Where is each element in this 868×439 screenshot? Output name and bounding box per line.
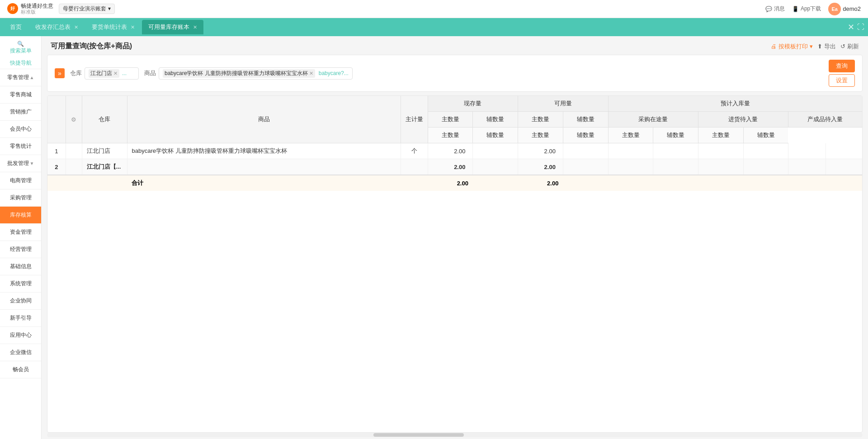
print-icon: 🖨 [771,43,777,50]
product-tag-1-close[interactable]: ✕ [309,71,313,76]
sidebar-item-marketing[interactable]: 营销推广 [0,104,41,121]
sidebar-item-member-center[interactable]: 会员中心 [0,121,41,138]
warehouse-more[interactable]: ... [122,70,127,76]
app-download-button[interactable]: 📱 App下载 [792,5,821,13]
data-table-container: ⚙ 仓库 商品 主计量 现存量 可用量 预计入库量 主数量 辅数量 主数量 辅数… [47,95,863,433]
td-footer-stock: 2.00 [428,175,473,191]
industry-selector[interactable]: 母婴行业演示账套 ▾ [59,4,115,14]
export-button[interactable]: ⬆ 导出 [817,42,836,51]
product-tag-2: babycare?... [319,70,349,76]
td-footer-stock-aux [473,175,518,191]
th-settings[interactable]: ⚙ [66,96,82,143]
refresh-button[interactable]: ↺ 刷新 [840,42,859,51]
td-stock-aux-2 [473,159,518,175]
tab-receive-summary[interactable]: 收发存汇总表 ✕ [29,20,85,34]
td-warehouse-1: 江北门店 [82,143,127,159]
user-area[interactable]: Ea demo2 [828,3,861,15]
td-stock-main-2: 2.00 [428,159,473,175]
product-input[interactable]: babycare学饮杯 儿童防摔防撞吸管杯重力球吸嘴杯宝宝水杯 ✕ babyca… [159,67,353,80]
tab-home[interactable]: 首页 [4,20,28,34]
td-pa-main-1 [698,143,744,159]
settings-button[interactable]: 设置 [829,74,855,87]
warehouse-input[interactable]: 江北门店 ✕ ... [85,67,139,80]
filter-expand-button[interactable]: » [55,68,65,78]
sidebar-item-retail-stats[interactable]: 零售统计 [0,138,41,155]
th-avail-aux: 辅数量 [563,112,608,127]
horizontal-scrollbar[interactable] [47,433,863,437]
th-sub5: 主数量 [608,127,653,143]
sidebar-item-system[interactable]: 系统管理 [0,275,41,293]
logo-text: 畅捷通好生意 标准版 [21,3,53,15]
close-tab-order[interactable]: ✕ [131,24,135,30]
data-table: ⚙ 仓库 商品 主计量 现存量 可用量 预计入库量 主数量 辅数量 主数量 辅数… [47,96,862,191]
close-tab-available[interactable]: ✕ [193,24,197,30]
th-sub6: 辅数量 [653,127,698,143]
query-button[interactable]: 查询 [829,60,855,72]
page-title: 可用量查询(按仓库+商品) [51,42,132,51]
td-settings-2 [66,159,82,175]
td-avail-main-2: 2.00 [518,159,563,175]
sidebar-search[interactable]: 🔍 搜索菜单 [0,36,41,57]
close-tab-receive[interactable]: ✕ [74,24,78,30]
top-bar-right: 💬 消息 📱 App下载 Ea demo2 [765,3,861,15]
sidebar-quick-nav[interactable]: 快捷导航 [0,57,41,69]
td-footer-pt2 [653,175,698,191]
sidebar-item-purchase-mgmt[interactable]: 采购管理 [0,189,41,207]
sidebar-item-enterprise[interactable]: 企业协同 [0,293,41,310]
td-pa-main-2 [698,159,744,175]
th-stock-main: 主数量 [428,112,473,127]
content-area: 可用量查询(按仓库+商品) 🖨 按模板打印 ▾ ⬆ 导出 ↺ 刷新 » [42,36,868,439]
expand-window-icon[interactable]: ⛶ [857,23,864,31]
td-pa-aux-1 [743,143,788,159]
td-footer-label: 合计 [127,175,401,191]
td-avail-main-1: 2.00 [518,143,563,159]
th-sub4: 辅数量 [563,127,608,143]
scroll-thumb[interactable] [373,433,464,437]
warehouse-label: 仓库 [70,69,82,77]
sidebar-item-retail-mgmt[interactable]: 零售管理 ▲ [0,69,41,86]
sidebar-item-wholesale-mgmt[interactable]: 批发管理 ▼ [0,155,41,172]
sidebar-item-retail-mall[interactable]: 零售商城 [0,86,41,104]
print-button[interactable]: 🖨 按模板打印 ▾ [771,42,813,51]
filter-bar: » 仓库 江北门店 ✕ ... 商品 babycare学饮杯 儿童防摔防撞吸管杯… [47,55,863,92]
logo-area: 好 畅捷通好生意 标准版 [7,3,53,15]
chevron-icon: ▲ [30,75,34,80]
product-filter: 商品 babycare学饮杯 儿童防摔防撞吸管杯重力球吸嘴杯宝宝水杯 ✕ bab… [144,67,353,80]
sidebar-item-finance[interactable]: 资金管理 [0,224,41,241]
sidebar-item-basic-info[interactable]: 基础信息 [0,258,41,275]
main-layout: 🔍 搜索菜单 快捷导航 零售管理 ▲ 零售商城 营销推广 会员中心 零售统计 批… [0,36,868,439]
sidebar-item-wechat[interactable]: 企业微信 [0,344,41,361]
message-button[interactable]: 💬 消息 [765,5,785,13]
td-stock-aux-1 [473,143,518,159]
th-sub2: 辅数量 [473,127,518,143]
app-icon: 📱 [792,6,799,12]
th-stock-aux: 辅数量 [473,112,518,127]
sidebar-item-member[interactable]: 畅会员 [0,361,41,378]
message-icon: 💬 [765,6,772,12]
tab-order-stats[interactable]: 要货单统计表 ✕ [85,20,141,34]
td-footer-avail: 2.00 [518,175,563,191]
td-unit-2 [401,159,428,175]
td-footer-pa2 [743,175,788,191]
td-settings-1 [66,143,82,159]
th-sub1: 主数量 [428,127,473,143]
tab-available-stock[interactable]: 可用量库存账本 ✕ [142,20,203,34]
th-avail-main: 主数量 [518,112,563,127]
td-product-2 [127,159,401,175]
th-purch-transit: 采购在途量 [608,112,698,127]
td-rownum-1: 1 [47,143,66,159]
td-footer-empty3 [82,175,127,191]
export-icon: ⬆ [817,43,822,50]
sidebar-item-ecommerce[interactable]: 电商管理 [0,172,41,189]
td-footer-empty1 [47,175,66,191]
close-all-tabs[interactable]: ✕ [848,22,854,32]
td-avail-aux-1 [563,143,608,159]
td-warehouse-2: 江北门店【... [82,159,127,175]
page-header: 可用量查询(按仓库+商品) 🖨 按模板打印 ▾ ⬆ 导出 ↺ 刷新 [42,36,868,55]
filter-actions: 查询 设置 [829,60,855,87]
sidebar-item-inventory[interactable]: 库存核算 [0,207,41,224]
warehouse-tag-close[interactable]: ✕ [113,71,118,76]
sidebar-item-guide[interactable]: 新手引导 [0,310,41,327]
sidebar-item-app-center[interactable]: 应用中心 [0,327,41,344]
sidebar-item-operations[interactable]: 经营管理 [0,241,41,258]
